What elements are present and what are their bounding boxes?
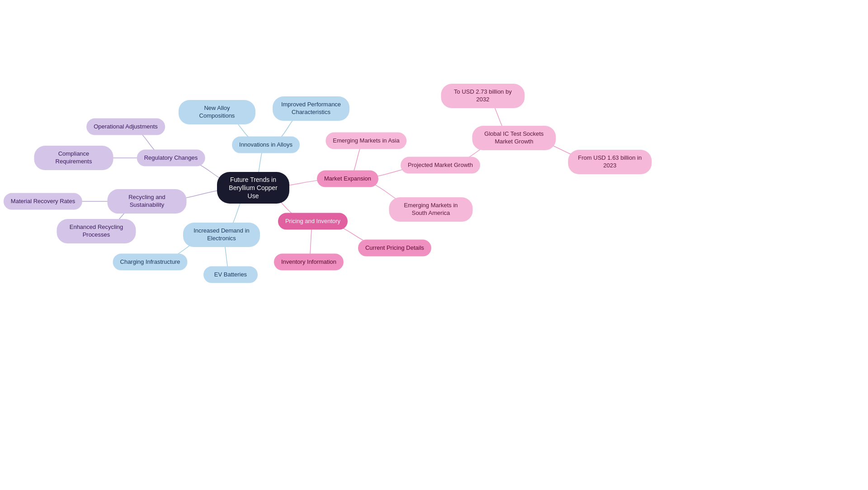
node-compliance[interactable]: Compliance Requirements <box>34 146 113 170</box>
node-new_alloy[interactable]: New Alloy Compositions <box>179 100 255 124</box>
node-market_expansion[interactable]: Market Expansion <box>317 171 378 187</box>
node-projected_growth_sub[interactable]: Global IC Test Sockets Market Growth <box>472 126 556 150</box>
node-emerging_asia[interactable]: Emerging Markets in Asia <box>326 133 406 149</box>
node-projected_growth[interactable]: Projected Market Growth <box>401 157 480 174</box>
node-center[interactable]: Future Trends in Beryllium Copper Use <box>217 172 289 204</box>
node-increased_demand[interactable]: Increased Demand in Electronics <box>183 223 260 247</box>
node-enhanced_recycling[interactable]: Enhanced Recycling Processes <box>57 219 136 243</box>
node-recycling[interactable]: Recycling and Sustainability <box>108 189 187 214</box>
node-improved_perf[interactable]: Improved Performance Characteristics <box>273 96 349 121</box>
node-operational[interactable]: Operational Adjustments <box>86 119 165 135</box>
node-emerging_south[interactable]: Emerging Markets in South America <box>389 197 473 222</box>
node-regulatory[interactable]: Regulatory Changes <box>137 150 205 167</box>
node-to_usd[interactable]: To USD 2.73 billion by 2032 <box>441 84 525 108</box>
mindmap-container: Future Trends in Beryllium Copper UseInn… <box>0 0 868 490</box>
node-innovations[interactable]: Innovations in Alloys <box>232 137 300 153</box>
node-from_usd[interactable]: From USD 1.63 billion in 2023 <box>568 150 652 174</box>
node-pricing_inventory[interactable]: Pricing and Inventory <box>278 213 348 230</box>
node-current_pricing[interactable]: Current Pricing Details <box>358 240 431 257</box>
node-inventory_info[interactable]: Inventory Information <box>274 254 344 271</box>
connections-svg <box>0 0 868 490</box>
node-material_recovery[interactable]: Material Recovery Rates <box>4 193 82 210</box>
node-ev_batteries[interactable]: EV Batteries <box>203 266 258 283</box>
node-charging_infra[interactable]: Charging Infrastructure <box>113 254 188 271</box>
